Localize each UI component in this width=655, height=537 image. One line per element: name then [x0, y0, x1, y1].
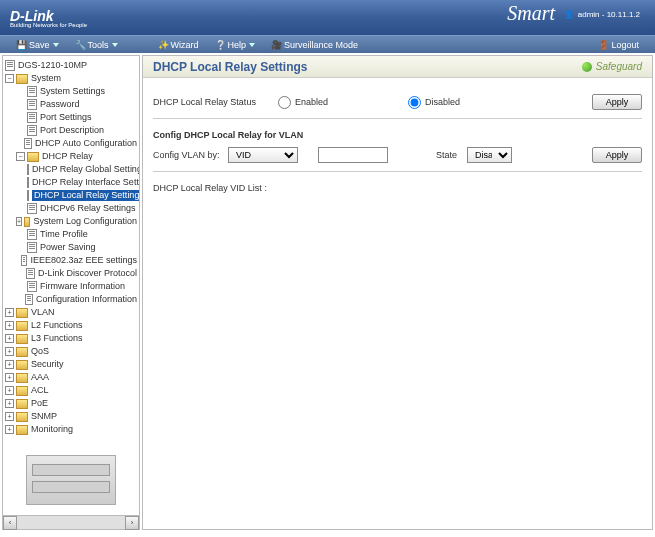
collapse-icon[interactable]: −	[5, 74, 14, 83]
tree-l2[interactable]: +L2 Functions	[5, 319, 137, 332]
tree-time-profile[interactable]: Time Profile	[5, 228, 137, 241]
radio-disabled-input[interactable]	[408, 96, 421, 109]
folder-icon	[27, 152, 39, 162]
page-icon	[24, 138, 32, 149]
page-icon	[27, 112, 37, 123]
radio-enabled[interactable]: Enabled	[278, 96, 328, 109]
tree-security[interactable]: +Security	[5, 358, 137, 371]
tree-dhcp-local[interactable]: DHCP Local Relay Settings	[5, 189, 137, 202]
tree-device[interactable]: DGS-1210-10MP	[5, 59, 137, 72]
panel-title: DHCP Local Relay Settings	[153, 60, 308, 74]
sidebar: DGS-1210-10MP −System System Settings Pa…	[2, 55, 140, 530]
chevron-down-icon	[53, 43, 59, 47]
page-icon	[27, 203, 37, 214]
expand-icon[interactable]: +	[5, 347, 14, 356]
tree-dhcp-interface[interactable]: DHCP Relay Interface Settings	[5, 176, 137, 189]
tree-password[interactable]: Password	[5, 98, 137, 111]
tree-syslog[interactable]: +System Log Configuration	[5, 215, 137, 228]
state-select[interactable]: Disabled	[467, 147, 512, 163]
tree-monitoring[interactable]: +Monitoring	[5, 423, 137, 436]
page-icon	[27, 125, 37, 136]
menu-wizard[interactable]: ✨Wizard	[152, 38, 205, 52]
expand-icon[interactable]: +	[5, 334, 14, 343]
folder-icon	[16, 74, 28, 84]
page-icon	[27, 86, 37, 97]
menu-save[interactable]: 💾Save	[10, 38, 65, 52]
folder-icon	[16, 373, 28, 383]
menu-help[interactable]: ❔Help	[209, 38, 262, 52]
config-vlan-header: Config DHCP Local Relay for VLAN	[153, 130, 303, 140]
tree-l3[interactable]: +L3 Functions	[5, 332, 137, 345]
radio-disabled[interactable]: Disabled	[408, 96, 460, 109]
expand-icon[interactable]: +	[16, 217, 22, 226]
expand-icon[interactable]: +	[5, 373, 14, 382]
expand-icon[interactable]: +	[5, 399, 14, 408]
vid-list-label: DHCP Local Relay VID List :	[153, 183, 267, 193]
config-vlan-select[interactable]: VID	[228, 147, 298, 163]
tree-dhcpv6[interactable]: DHCPv6 Relay Settings	[5, 202, 137, 215]
device-icon	[5, 60, 15, 71]
tree-dhcp-global[interactable]: DHCP Relay Global Settings	[5, 163, 137, 176]
tree-power-saving[interactable]: Power Saving	[5, 241, 137, 254]
tree-port-description[interactable]: Port Description	[5, 124, 137, 137]
folder-icon	[16, 347, 28, 357]
config-vlan-by-label: Config VLAN by:	[153, 150, 228, 160]
tree-ieee[interactable]: IEEE802.3az EEE settings	[5, 254, 137, 267]
expand-icon[interactable]: +	[5, 412, 14, 421]
collapse-icon[interactable]: −	[16, 152, 25, 161]
nav-tree: DGS-1210-10MP −System System Settings Pa…	[3, 56, 139, 445]
scroll-right-button[interactable]: ›	[125, 516, 139, 530]
folder-icon	[16, 321, 28, 331]
page-icon	[27, 164, 29, 175]
safeguard-icon	[582, 62, 592, 72]
chevron-down-icon	[249, 43, 255, 47]
tree-aaa[interactable]: +AAA	[5, 371, 137, 384]
expand-icon[interactable]: +	[5, 321, 14, 330]
save-icon: 💾	[16, 40, 26, 50]
page-icon	[27, 177, 29, 188]
tree-dhcp-relay[interactable]: −DHCP Relay	[5, 150, 137, 163]
scroll-left-button[interactable]: ‹	[3, 516, 17, 530]
page-icon	[27, 229, 37, 240]
expand-icon[interactable]: +	[5, 425, 14, 434]
tree-firmware[interactable]: Firmware Information	[5, 280, 137, 293]
tree-config-info[interactable]: Configuration Information	[5, 293, 137, 306]
panel-title-bar: DHCP Local Relay Settings Safeguard	[143, 56, 652, 78]
app-header: D-Link Building Networks for People Smar…	[0, 0, 655, 35]
menu-surveillance[interactable]: 🎥Surveillance Mode	[265, 38, 364, 52]
tree-snmp[interactable]: +SNMP	[5, 410, 137, 423]
device-image	[3, 445, 139, 515]
status-label: DHCP Local Relay Status	[153, 97, 273, 107]
expand-icon[interactable]: +	[5, 386, 14, 395]
tree-discover[interactable]: D-Link Discover Protocol	[5, 267, 137, 280]
tree-vlan[interactable]: +VLAN	[5, 306, 137, 319]
tree-port-settings[interactable]: Port Settings	[5, 111, 137, 124]
tools-icon: 🔧	[75, 40, 85, 50]
tree-qos[interactable]: +QoS	[5, 345, 137, 358]
tree-system[interactable]: −System	[5, 72, 137, 85]
logout-icon: 🚪	[598, 40, 608, 50]
smart-logo: Smart	[507, 2, 555, 25]
panel-body: DHCP Local Relay Status Enabled Disabled…	[143, 78, 652, 212]
tree-poe[interactable]: +PoE	[5, 397, 137, 410]
expand-icon[interactable]: +	[5, 308, 14, 317]
apply-status-button[interactable]: Apply	[592, 94, 642, 110]
user-info: 👤 admin - 10.11.1.2	[564, 10, 640, 19]
tree-acl[interactable]: +ACL	[5, 384, 137, 397]
state-label: State	[436, 150, 457, 160]
radio-enabled-input[interactable]	[278, 96, 291, 109]
tree-dhcp-auto[interactable]: DHCP Auto Configuration	[5, 137, 137, 150]
expand-icon[interactable]: +	[5, 360, 14, 369]
menu-tools[interactable]: 🔧Tools	[69, 38, 124, 52]
tree-system-settings[interactable]: System Settings	[5, 85, 137, 98]
page-icon	[27, 190, 29, 201]
folder-icon	[16, 386, 28, 396]
page-icon	[26, 268, 35, 279]
menu-logout[interactable]: 🚪Logout	[592, 38, 645, 52]
main-layout: DGS-1210-10MP −System System Settings Pa…	[0, 53, 655, 532]
apply-vlan-button[interactable]: Apply	[592, 147, 642, 163]
vlan-value-input[interactable]	[318, 147, 388, 163]
help-icon: ❔	[215, 40, 225, 50]
wizard-icon: ✨	[158, 40, 168, 50]
page-icon	[21, 255, 27, 266]
